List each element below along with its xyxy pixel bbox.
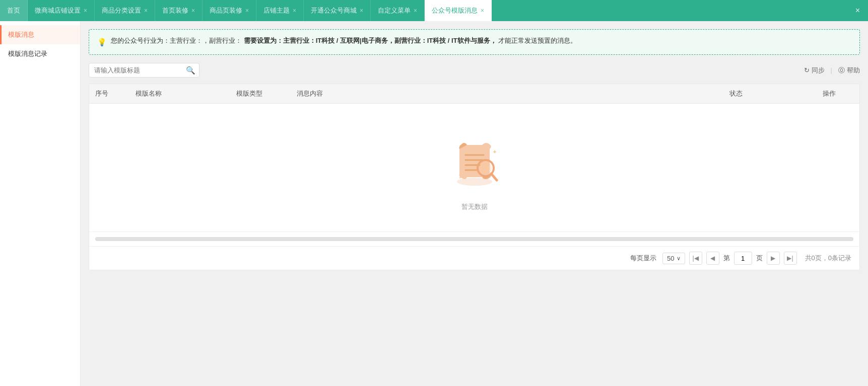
page-unit: 页 [756, 254, 763, 263]
notice-suffix: 才能正常发送预置的消息。 [498, 37, 577, 44]
tab-home[interactable]: 首页 [0, 0, 28, 21]
tab-category-settings[interactable]: 商品分类设置 × [95, 0, 155, 21]
main-layout: 模版消息 模版消息记录 💡 您的公众号行业为：主营行业：，副营行业： 需要设置为… [0, 21, 868, 386]
last-page-button[interactable]: ▶| [784, 252, 797, 265]
svg-line-7 [491, 174, 497, 180]
th-name: 模版名称 [129, 84, 230, 103]
search-right: ↻ 同步 | ⓪ 帮助 [804, 66, 860, 75]
th-seq: 序号 [89, 84, 129, 103]
th-type: 模版类型 [230, 84, 291, 103]
th-action: 操作 [799, 84, 859, 103]
total-info: 共0页，0条记录 [805, 254, 851, 263]
close-tab-template-msg[interactable]: × [481, 8, 484, 14]
per-page-label: 每页显示 [630, 254, 656, 263]
svg-point-6 [480, 162, 492, 174]
bulb-icon: 💡 [97, 36, 107, 48]
close-tab-product-decor[interactable]: × [245, 8, 249, 14]
sidebar: 模版消息 模版消息记录 [0, 21, 81, 386]
empty-text: 暂无数据 [461, 202, 488, 211]
scrollbar-area [89, 231, 859, 246]
sidebar-item-template-msg-record[interactable]: 模版消息记录 [0, 44, 80, 63]
sync-icon: ↻ [804, 66, 810, 74]
tab-product-decor[interactable]: 商品页装修 × [203, 0, 256, 21]
th-status: 状态 [723, 84, 799, 103]
notice-box: 💡 您的公众号行业为：主营行业：，副营行业： 需要设置为：主营行业：IT科技 /… [89, 29, 860, 55]
top-nav: 首页 微商城店铺设置 × 商品分类设置 × 首页装修 × 商品页装修 × 店铺主… [0, 0, 868, 21]
sync-button[interactable]: ↻ 同步 [804, 66, 825, 75]
sidebar-item-template-msg[interactable]: 模版消息 [0, 25, 80, 44]
per-page-value: 50 [667, 255, 674, 262]
search-input-wrap: 🔍 [89, 63, 199, 78]
search-bar: 🔍 ↻ 同步 | ⓪ 帮助 [89, 63, 860, 78]
search-button[interactable]: 🔍 [186, 66, 195, 75]
table-header: 序号 模版名称 模版类型 消息内容 状态 操作 [89, 84, 859, 104]
tab-home-decor[interactable]: 首页装修 × [155, 0, 203, 21]
dropdown-icon: ∨ [677, 255, 681, 262]
page-label: 第 [723, 254, 730, 263]
global-close-button[interactable]: × [847, 6, 868, 15]
notice-prefix: 您的公众号行业为：主营行业：，副营行业： [111, 37, 242, 44]
search-input[interactable] [89, 63, 199, 78]
empty-state: ✦ ✦ 暂无数据 [89, 104, 859, 231]
divider: | [831, 66, 832, 74]
per-page-select[interactable]: 50 ∨ [662, 253, 685, 264]
content-area: 💡 您的公众号行业为：主营行业：，副营行业： 需要设置为：主营行业：IT科技 /… [81, 21, 868, 386]
tab-shop-settings[interactable]: 微商城店铺设置 × [28, 0, 95, 21]
close-tab-shop-theme[interactable]: × [293, 8, 296, 14]
page-input[interactable] [734, 252, 752, 265]
tab-template-msg[interactable]: 公众号模版消息 × [425, 0, 492, 21]
sync-label: 同步 [812, 66, 825, 75]
next-page-button[interactable]: ▶ [767, 252, 780, 265]
help-icon: ⓪ [838, 66, 845, 75]
close-tab-home-decor[interactable]: × [191, 8, 195, 14]
tab-custom-menu[interactable]: 自定义菜单 × [371, 0, 425, 21]
prev-page-button[interactable]: ◀ [706, 252, 719, 265]
tab-open-mall[interactable]: 开通公众号商城 × [304, 0, 371, 21]
svg-text:✦: ✦ [492, 148, 497, 156]
tab-shop-theme[interactable]: 店铺主题 × [256, 0, 304, 21]
close-tab-category[interactable]: × [144, 8, 148, 14]
close-tab-custom-menu[interactable]: × [414, 8, 417, 14]
search-left: 🔍 [89, 63, 199, 78]
help-button[interactable]: ⓪ 帮助 [838, 66, 860, 75]
notice-highlight: 需要设置为：主营行业：IT科技 / 互联网|电子商务，副营行业：IT科技 / I… [244, 37, 497, 44]
close-tab-open-mall[interactable]: × [360, 8, 363, 14]
close-tab-shop-settings[interactable]: × [84, 8, 87, 14]
th-content: 消息内容 [291, 84, 723, 103]
help-label: 帮助 [847, 66, 860, 75]
data-table: 序号 模版名称 模版类型 消息内容 状态 操作 [89, 84, 860, 270]
pagination: 每页显示 50 ∨ |◀ ◀ 第 页 ▶ ▶| 共0页，0条记录 [89, 246, 859, 270]
first-page-button[interactable]: |◀ [689, 252, 702, 265]
empty-icon: ✦ ✦ [444, 134, 505, 194]
horizontal-scrollbar[interactable] [95, 237, 853, 241]
svg-text:✦: ✦ [458, 176, 462, 180]
